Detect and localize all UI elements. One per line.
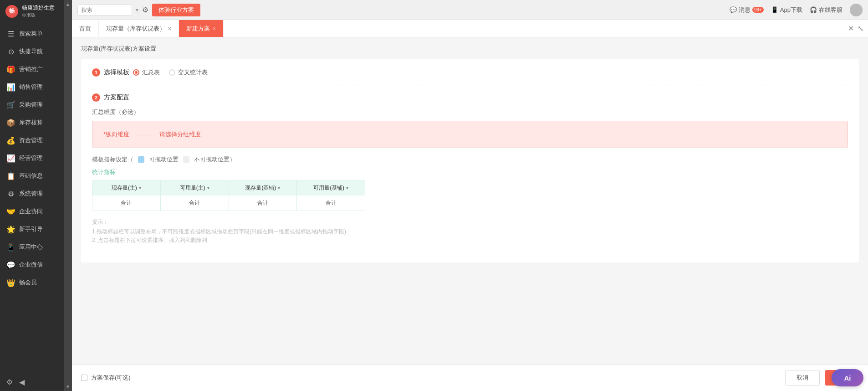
stats-table-body: 合计合计合计合计 [92, 196, 365, 211]
nav-label-member: 畅会员 [19, 278, 37, 287]
ai-fab-button[interactable]: Ai [832, 369, 863, 386]
stats-cell-col4: 合计 [297, 196, 365, 211]
nav-icon-purchase: 🛒 [6, 101, 15, 109]
tips-title: 提示： [92, 218, 848, 226]
nav-label-finance: 资金管理 [19, 136, 43, 144]
cancel-button[interactable]: 取消 [785, 370, 820, 386]
sidebar-item-sales[interactable]: 📊销售管理 [0, 78, 64, 96]
messages-icon-group[interactable]: 💬 消息 99+ [730, 6, 764, 14]
movable-badge [138, 156, 144, 163]
messages-label: 消息 [739, 6, 751, 14]
radio-cross[interactable]: 交叉统计表 [169, 68, 208, 77]
nav-label-corp-collab: 企业协同 [19, 207, 43, 216]
sidebar-item-finance[interactable]: 💰资金管理 [0, 132, 64, 149]
tip-item-1: 1.拖动标题栏可以调整布局，不可跨维度或指标区域拖动栏目字段(只能在同一维度或指… [92, 228, 848, 236]
radio-summary[interactable]: 汇总表 [133, 68, 160, 77]
scroll-down-arrow[interactable]: ▼ [66, 384, 70, 389]
tips-section: 提示： 1.拖动标题栏可以调整布局，不可跨维度或指标区域拖动栏目字段(只能在同一… [92, 218, 848, 244]
sidebar-item-basic-info[interactable]: 📋基础信息 [0, 167, 64, 185]
sidebar-item-search-menu[interactable]: ☰搜索菜单 [0, 25, 64, 43]
config-panel: 1 选择模板 汇总表 交叉统计表 [81, 59, 859, 262]
col-chevron-col1: ▾ [139, 185, 141, 190]
step1-title: 选择模板 [104, 68, 129, 77]
tab-inventory-close-icon[interactable]: × [168, 26, 171, 32]
nav-label-new-guide: 新手引导 [19, 225, 43, 233]
tabs-right: ✕ ⤡ [843, 24, 868, 33]
sidebar-item-corp-wechat[interactable]: 💬企业微信 [0, 256, 64, 274]
step2-title: 方案配置 [104, 93, 129, 102]
sidebar-item-member[interactable]: 👑畅会员 [0, 274, 64, 292]
dimension-placeholder[interactable]: 请选择分组维度 [159, 130, 201, 139]
online-support-label: 在线客服 [819, 6, 842, 14]
sidebar-item-quick-nav[interactable]: ⊙快捷导航 [0, 43, 64, 61]
sidebar-item-marketing[interactable]: 🎁营销推广 [0, 61, 64, 78]
sidebar-item-app-center[interactable]: 📱应用中心 [0, 238, 64, 256]
industry-plan-button[interactable]: 体验行业方案 [152, 4, 200, 16]
phone-icon: 📱 [771, 6, 778, 13]
nav-icon-search-menu: ☰ [6, 30, 15, 38]
stats-col-header-col2[interactable]: 可用量(主)▾ [161, 180, 229, 196]
stats-cell-col3: 合计 [229, 196, 297, 211]
nav-icon-marketing: 🎁 [6, 65, 15, 74]
stats-col-header-col1[interactable]: 现存量(主)▾ [92, 180, 161, 196]
nav-label-quick-nav: 快捷导航 [19, 47, 43, 56]
stats-table-header: 现存量(主)▾可用量(主)▾现存量(基辅)▾可用量(基辅)▾ [92, 180, 365, 196]
topbar-search-input[interactable] [77, 5, 132, 15]
indicator-settings: 模板指标设定（ 可拖动位置 不可拖动位置） 统计指标 现存量(主)▾可用量(主)… [92, 155, 848, 211]
tab-inventory[interactable]: 现存量（库存状况表） × [99, 20, 179, 37]
tab-home-label: 首页 [79, 25, 91, 33]
online-support-group[interactable]: 🎧 在线客服 [810, 6, 842, 14]
tab-new-plan[interactable]: 新建方案 × [179, 20, 224, 37]
nav-label-inventory: 库存核算 [19, 118, 43, 127]
col-label-col2: 可用量(主) [180, 184, 205, 192]
topbar-chevron-icon[interactable]: ▾ [136, 7, 138, 13]
tab-expand-icon[interactable]: ⤡ [858, 24, 863, 33]
tab-home[interactable]: 首页 [72, 20, 99, 37]
stats-col-header-col3[interactable]: 现存量(基辅)▾ [229, 180, 297, 196]
tab-new-plan-close-icon[interactable]: × [213, 26, 216, 32]
sidebar-item-purchase[interactable]: 🛒采购管理 [0, 96, 64, 114]
nav-icon-new-guide: 🌟 [6, 225, 15, 234]
movable-label: 可拖动位置 [149, 155, 179, 164]
app-tag: 标准版 [22, 12, 55, 18]
main-area: ▾ ⚙ 体验行业方案 💬 消息 99+ 📱 App下载 🎧 在线客服 首页 [72, 0, 868, 391]
content-area: 现存量(库存状况表)方案设置 1 选择模板 汇总表 交叉统计表 [72, 37, 868, 364]
topbar-gear-icon[interactable]: ⚙ [142, 5, 148, 14]
col-label-col3: 现存量(基辅) [245, 184, 276, 192]
tab-new-plan-label: 新建方案 [186, 25, 210, 33]
sidebar-item-sys-mgmt[interactable]: ⚙系统管理 [0, 185, 64, 203]
sidebar-item-corp-collab[interactable]: 🤝企业协同 [0, 203, 64, 221]
sidebar-item-inventory[interactable]: 📦库存核算 [0, 114, 64, 132]
dimension-section-label: 汇总维度（必选） [92, 108, 848, 116]
nav-label-purchase: 采购管理 [19, 101, 43, 109]
sidebar-item-new-guide[interactable]: 🌟新手引导 [0, 221, 64, 238]
template-radio-group: 汇总表 交叉统计表 [133, 68, 208, 77]
dimension-box: *纵向维度 —— 请选择分组维度 [92, 121, 848, 148]
save-option-label: 方案保存(可选) [91, 374, 131, 382]
sidebar: 畅 畅康通好生意 标准版 ☰搜索菜单⊙快捷导航🎁营销推广📊销售管理🛒采购管理📦库… [0, 0, 64, 391]
messages-badge: 99+ [752, 7, 764, 13]
radio-cross-circle [169, 69, 175, 76]
nav-label-sales: 销售管理 [19, 83, 43, 91]
collapse-icon[interactable]: ◀ [19, 378, 25, 386]
tab-close-right-icon[interactable]: ✕ [848, 24, 854, 33]
sidebar-item-ops[interactable]: 📈经营管理 [0, 149, 64, 167]
scroll-up-arrow[interactable]: ▲ [66, 2, 70, 7]
stats-title: 统计指标 [92, 168, 848, 176]
save-checkbox[interactable] [81, 375, 87, 381]
step2-header: 2 方案配置 [92, 93, 848, 102]
step1-section: 1 选择模板 汇总表 交叉统计表 [92, 68, 848, 77]
sidebar-scrollbar: ▲ ▼ [64, 0, 72, 391]
nav-icon-basic-info: 📋 [6, 172, 15, 180]
col-label-col1: 现存量(主) [112, 184, 137, 192]
dimension-required-label: *纵向维度 [103, 130, 129, 139]
stats-col-header-col4[interactable]: 可用量(基辅)▾ [297, 180, 365, 196]
dimension-separator: —— [138, 131, 150, 138]
app-download-group[interactable]: 📱 App下载 [771, 6, 802, 14]
nav-label-search-menu: 搜索菜单 [19, 30, 43, 38]
user-avatar[interactable] [850, 4, 863, 16]
nav-icon-corp-collab: 🤝 [6, 207, 15, 216]
settings-icon[interactable]: ⚙ [6, 378, 13, 386]
nav-icon-member: 👑 [6, 278, 15, 287]
indicator-label-row: 模板指标设定（ 可拖动位置 不可拖动位置） [92, 155, 848, 164]
